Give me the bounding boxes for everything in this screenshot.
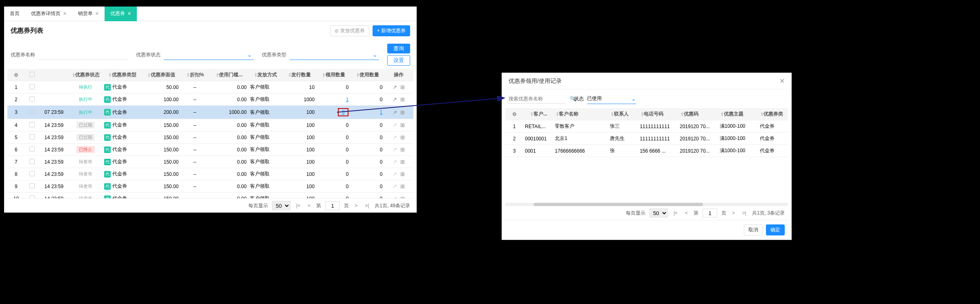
- row-checkbox[interactable]: [29, 134, 35, 140]
- distribute-button[interactable]: ⊘ 发放优惠券: [330, 25, 369, 36]
- type-header[interactable]: ▲▼优惠券类型: [103, 69, 141, 81]
- row-checkbox[interactable]: [29, 195, 35, 199]
- qr-icon[interactable]: ⊞: [400, 183, 405, 189]
- search-input-wrap[interactable]: 🔍: [509, 94, 566, 104]
- first-page[interactable]: |<: [295, 203, 302, 209]
- row-checkbox[interactable]: [29, 183, 35, 189]
- filter-type-select[interactable]: ⌄: [290, 49, 379, 60]
- close-icon[interactable]: ✕: [779, 77, 785, 85]
- discount-header[interactable]: ▲▼折扣%: [180, 69, 209, 81]
- qr-icon[interactable]: ⊞: [400, 159, 405, 165]
- table-row[interactable]: 6 14 23:59 已终止 代代金券 150.00 -- 0.00 客户领取 …: [7, 144, 413, 156]
- close-icon[interactable]: ✕: [127, 11, 131, 16]
- subject: 满1000-100: [718, 145, 758, 157]
- table-row[interactable]: 9 14 23:59 待发布 代代金券 150.00 -- 0.00 客户领取 …: [7, 180, 413, 193]
- confirm-button[interactable]: 确定: [766, 224, 785, 235]
- receive-header[interactable]: ▲▼领用数量: [316, 69, 350, 81]
- external-icon: ↗: [393, 146, 397, 153]
- row-checkbox[interactable]: [29, 84, 35, 89]
- subj-header[interactable]: ▲▼优惠主题: [718, 108, 758, 120]
- qr-icon[interactable]: ⊞: [400, 195, 405, 198]
- receive-link[interactable]: 1: [346, 97, 349, 102]
- code-header[interactable]: ▲▼客户...: [523, 108, 553, 120]
- phone-header[interactable]: ▲▼电话号码: [638, 108, 678, 120]
- row-checkbox[interactable]: [29, 146, 35, 152]
- modal-page-input[interactable]: [703, 209, 717, 217]
- row-index: 9: [7, 180, 25, 193]
- first-page[interactable]: |<: [672, 210, 679, 216]
- qr-icon[interactable]: ⊞: [400, 122, 405, 128]
- search-button[interactable]: 查询: [387, 44, 410, 53]
- table-row[interactable]: 3 0001 17666666666 张 156 6666 ... 201912…: [505, 145, 788, 157]
- table-row[interactable]: 2 00010001 北京1 唐先生 11111111111 2019120 7…: [505, 133, 788, 145]
- qr-icon[interactable]: ⊞: [400, 171, 405, 177]
- filter-name-input[interactable]: [38, 49, 128, 60]
- qr-icon[interactable]: ⊞: [400, 84, 405, 90]
- filter-status-select[interactable]: ⌄: [164, 49, 253, 60]
- ccode-header[interactable]: ▲▼优惠码: [678, 108, 718, 120]
- row-checkbox[interactable]: [29, 171, 35, 176]
- tab-label: 优惠券详情页: [31, 10, 60, 17]
- external-icon[interactable]: ↗: [393, 84, 397, 90]
- contact-header[interactable]: ▲▼联系人: [608, 108, 638, 120]
- table-row[interactable]: 3 07 23:59 执行中 代代金券 200.00 -- 1000.00 客户…: [7, 106, 413, 119]
- method-header[interactable]: ▲▼发放方式: [248, 69, 282, 81]
- status-header[interactable]: ▲▼优惠券状态: [69, 69, 103, 81]
- settings-button[interactable]: 设置: [387, 55, 410, 66]
- discount: --: [180, 119, 209, 131]
- table-row[interactable]: 5 14 23:59 已过期 代代金券 150.00 -- 0.00 客户领取 …: [7, 131, 413, 144]
- use-link[interactable]: 1: [380, 109, 383, 115]
- tab[interactable]: 首页: [4, 7, 25, 21]
- table-row[interactable]: 1 待执行 代代金券 50.00 -- 0.00 客户领取 10 0 0 ↗⊞: [7, 81, 413, 93]
- horizontal-scrollbar[interactable]: [505, 203, 788, 206]
- gear-header[interactable]: ⚙: [505, 108, 523, 120]
- prev-page[interactable]: <: [306, 203, 312, 209]
- table-row[interactable]: 1 RETAIL... 零散客户 张三 11111111111 2019120 …: [505, 120, 788, 133]
- use-header[interactable]: ▲▼使用数量: [350, 69, 384, 81]
- tab[interactable]: 优惠券✕: [105, 7, 137, 21]
- external-icon[interactable]: ↗: [393, 109, 397, 115]
- table-row[interactable]: 10 14 23:59 待发布 代代金券 150.00 -- 0.00 客户领取…: [7, 193, 413, 199]
- search-input[interactable]: [509, 94, 570, 103]
- name-header[interactable]: ▲▼客户名称: [553, 108, 608, 120]
- row-checkbox[interactable]: [29, 122, 35, 127]
- qr-icon[interactable]: ⊞: [400, 134, 405, 140]
- face-value: 150.00: [141, 168, 180, 180]
- close-icon[interactable]: ✕: [95, 11, 99, 16]
- per-page-select[interactable]: 50: [272, 201, 290, 210]
- modal-status-select[interactable]: 已使用 ⌄: [587, 93, 636, 104]
- face-header[interactable]: ▲▼优惠券面值: [141, 69, 180, 81]
- modal-per-page-select[interactable]: 50: [650, 209, 668, 217]
- cat-header[interactable]: ▲▼优惠券类: [758, 108, 788, 120]
- checkbox-header[interactable]: [25, 69, 40, 81]
- cancel-button[interactable]: 取消: [744, 224, 763, 235]
- next-page[interactable]: >: [353, 203, 359, 209]
- close-icon[interactable]: ✕: [63, 11, 67, 16]
- add-coupon-button[interactable]: + 新增优惠券: [373, 25, 410, 36]
- table-row[interactable]: 8 14 23:59 待发布 代代金券 150.00 -- 0.00 客户领取 …: [7, 168, 413, 180]
- last-page[interactable]: >|: [363, 203, 371, 209]
- tab[interactable]: 销货单✕: [72, 7, 105, 21]
- type-icon: 代: [104, 109, 111, 115]
- table-row[interactable]: 4 14 23:59 已过期 代代金券 150.00 -- 0.00 客户领取 …: [7, 119, 413, 131]
- receive-link[interactable]: 3: [342, 109, 345, 115]
- external-icon[interactable]: ↗: [393, 96, 397, 102]
- qr-icon[interactable]: ⊞: [400, 146, 405, 153]
- row-checkbox[interactable]: [29, 159, 35, 164]
- page-input[interactable]: [325, 201, 340, 210]
- row-checkbox[interactable]: [29, 109, 35, 114]
- qr-icon[interactable]: ⊞: [400, 109, 405, 115]
- row-checkbox[interactable]: [29, 96, 35, 102]
- table-row[interactable]: 7 14 23:59 待发布 代代金券 150.00 -- 0.00 客户领取 …: [7, 156, 413, 168]
- method: 客户领取: [248, 193, 282, 199]
- last-page[interactable]: >|: [741, 210, 748, 216]
- gear-header[interactable]: ⚙: [7, 69, 25, 81]
- prev-page[interactable]: <: [683, 210, 690, 216]
- issue-header[interactable]: ▲▼发行数量: [282, 69, 316, 81]
- qr-icon[interactable]: ⊞: [400, 96, 405, 102]
- threshold-header[interactable]: ▲▼使用门槛...: [210, 69, 248, 81]
- tab[interactable]: 优惠券详情页✕: [25, 7, 72, 21]
- table-row[interactable]: 2 执行中 代代金券 100.00 -- 0.00 客户领取 1000 1 0 …: [7, 93, 413, 106]
- next-page[interactable]: >: [730, 210, 737, 216]
- method: 客户领取: [248, 93, 282, 106]
